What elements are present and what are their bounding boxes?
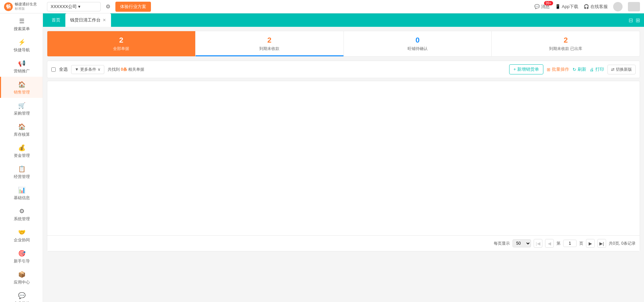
stat-card-shipped[interactable]: 2 到期未收款 已出库 [492,31,640,56]
tab-minimize-button[interactable]: ⊟ [629,17,633,23]
tab-expand-button[interactable]: ⊞ [636,17,640,23]
sidebar-label-purchase: 采购管理 [14,111,30,116]
sidebar: ☰ 搜索菜单 ⚡ 快捷导航 📢 营销推广 🏠 销售管理 🛒 采购管理 🏠 库存核… [0,13,43,302]
sidebar-item-system[interactable]: ⚙ 系统管理 [0,203,43,225]
logo-sub: 标准版 [15,6,37,11]
company-selector[interactable]: XXXXXX公司 ▾ [47,2,101,11]
prev-page-button[interactable]: ◀ [545,239,554,248]
stat-num-overdue: 2 [202,36,337,45]
online-service-label: 在线客服 [590,4,608,10]
sidebar-label-app-center: 应用中心 [14,280,30,285]
stat-card-overdue[interactable]: 2 到期未收款 [196,31,344,56]
found-text: 共找到 0条 相关单据 [108,67,144,72]
next-page-button[interactable]: ▶ [586,239,595,248]
sidebar-label-operations: 经营管理 [14,174,30,180]
toolbar-left: 全选 ▼ 更多条件 ∨ 共找到 0条 相关单据 [51,65,144,74]
user-dropdown[interactable] [628,2,640,11]
switch-icon: ⇄ [611,67,614,72]
first-page-button[interactable]: |◀ [534,239,542,248]
headset-icon: 🎧 [584,4,589,9]
stat-num-pending: 0 [351,36,485,45]
stat-card-all[interactable]: 2 全部单据 [47,31,196,56]
online-service-action[interactable]: 🎧 在线客服 [584,4,608,10]
select-all-label: 全选 [59,66,68,72]
stat-card-pending[interactable]: 0 旺铺待确认 [344,31,492,56]
stat-label-overdue: 到期未收款 [202,46,337,52]
operations-icon: 📋 [18,165,25,173]
table-body [47,81,640,235]
batch-operation-button[interactable]: ⊞ 批量操作 [547,66,569,72]
app-center-icon: 📦 [18,271,25,278]
settings-button[interactable]: ⚙ [103,2,113,11]
toolbar: 全选 ▼ 更多条件 ∨ 共找到 0条 相关单据 + 新增销货单 ⊞ 批量操作 ↻… [47,61,640,78]
message-icon: 💬 [534,4,540,9]
system-icon: ⚙ [19,207,24,215]
per-page-select[interactable]: 50 100 200 [513,239,531,247]
sidebar-label-marketing: 营销推广 [14,68,30,74]
sidebar-item-operations[interactable]: 📋 经营管理 [0,161,43,182]
sidebar-label-inventory: 库存核算 [14,132,30,137]
marketing-icon: 📢 [18,60,25,67]
menu-icon: ☰ [19,17,24,25]
tab-bar-actions: ⊟ ⊞ [629,17,640,23]
add-order-button[interactable]: + 新增销货单 [509,64,543,74]
sidebar-label-search-menu: 搜索菜单 [14,26,30,32]
sidebar-label-system: 系统管理 [14,216,30,222]
table-area: 每页显示 50 100 200 |◀ ◀ 第 1 页 ▶ ▶| 共0页, 0条记… [47,81,640,251]
sidebar-item-finance[interactable]: 💰 资金管理 [0,140,43,161]
gear-icon: ⚙ [106,4,110,9]
sidebar-label-finance: 资金管理 [14,153,30,159]
filter-button[interactable]: ▼ 更多条件 ∨ [71,65,104,74]
stat-label-shipped: 到期未收款 已出库 [498,46,633,52]
tab-home[interactable]: 首页 [47,13,65,27]
sidebar-item-guide[interactable]: 🎯 新手引导 [0,246,43,267]
stats-row: 2 全部单据 2 到期未收款 0 旺铺待确认 2 到期未收款 已出库 [47,31,640,57]
finance-icon: 💰 [18,144,25,152]
last-page-button[interactable]: ▶| [597,239,606,248]
print-button[interactable]: 🖨 打印 [590,66,604,72]
sidebar-item-inventory[interactable]: 🏠 库存核算 [0,119,43,140]
company-name: XXXXXX公司 [51,4,77,10]
switch-version-button[interactable]: ⇄ 切换新版 [607,65,636,74]
logo-area: 畅 畅捷通好生意 标准版 [4,2,47,11]
tab-close-icon[interactable]: ✕ [103,18,106,22]
logo-text: 畅捷通好生意 [15,2,37,6]
batch-label: 批量操作 [552,66,569,72]
toolbar-right: + 新增销货单 ⊞ 批量操作 ↻ 刷新 🖨 打印 ⇄ 切换新版 [509,64,636,74]
trial-button[interactable]: 体验行业方案 [115,2,151,12]
print-icon: 🖨 [590,67,594,72]
app-download-action[interactable]: 📱 App下载 [555,4,578,10]
sidebar-item-app-center[interactable]: 📦 应用中心 [0,267,43,288]
filter-chevron-icon: ∨ [98,67,101,72]
refresh-button[interactable]: ↻ 刷新 [573,66,586,72]
message-action[interactable]: 💬 消息 99+ [534,4,550,10]
sidebar-item-marketing[interactable]: 📢 营销推广 [0,56,43,77]
stat-num-shipped: 2 [498,36,633,45]
sidebar-label-weixin: 企业微信 [14,301,30,302]
tab-workbench-label: 钱货日清工作台 [70,17,101,23]
tab-home-label: 首页 [52,17,60,23]
switch-label: 切换新版 [616,67,632,72]
sidebar-label-sales: 销售管理 [14,89,30,95]
page-input[interactable]: 1 [563,240,577,247]
page-label-end: 页 [579,241,583,246]
sidebar-label-guide: 新手引导 [14,258,30,264]
avatar[interactable] [613,2,623,11]
sidebar-item-purchase[interactable]: 🛒 采购管理 [0,98,43,119]
chevron-down-icon: ▾ [78,4,80,9]
sidebar-item-weixin[interactable]: 💬 企业微信 [0,288,43,302]
sidebar-label-enterprise: 企业协同 [14,237,30,243]
sidebar-item-search-menu[interactable]: ☰ 搜索菜单 [0,13,43,35]
print-label: 打印 [595,66,604,72]
sidebar-item-sales[interactable]: 🏠 销售管理 [0,77,43,98]
tab-workbench[interactable]: 钱货日清工作台 ✕ [65,13,111,27]
sidebar-label-base-info: 基础信息 [14,195,30,201]
sales-icon: 🏠 [18,81,25,88]
purchase-icon: 🛒 [18,102,25,109]
sidebar-item-enterprise[interactable]: 🤝 企业协同 [0,225,43,246]
refresh-icon: ↻ [573,67,576,72]
sidebar-item-base-info[interactable]: 📊 基础信息 [0,182,43,203]
select-all-checkbox[interactable] [51,67,56,72]
page-label: 第 [556,241,560,246]
sidebar-item-quick-nav[interactable]: ⚡ 快捷导航 [0,35,43,56]
